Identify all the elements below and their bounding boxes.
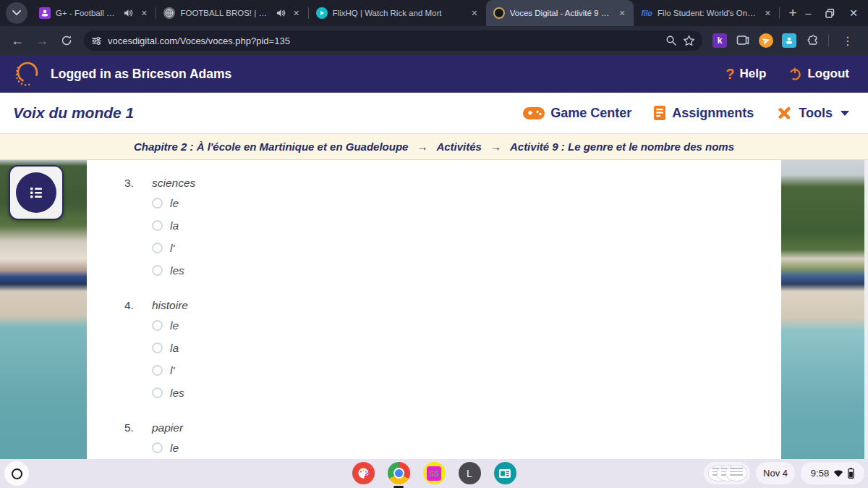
radio-button[interactable] (152, 442, 163, 453)
tools-icon (775, 104, 793, 122)
answer-option[interactable]: l' (152, 359, 781, 382)
chrome-menu-button[interactable]: ⋮ (838, 34, 858, 48)
minimize-button[interactable]: – (805, 7, 811, 19)
kami-extension-icon[interactable]: k (712, 33, 727, 48)
wifi-icon (833, 469, 843, 477)
radio-button[interactable] (152, 198, 163, 209)
tab-close-icon[interactable]: ✕ (469, 7, 480, 19)
answer-option[interactable]: les (152, 382, 781, 404)
reload-button[interactable] (56, 30, 77, 51)
question-4: 4. histoire le la l' les (124, 297, 781, 404)
radio-button[interactable] (152, 265, 163, 276)
battery-icon (848, 468, 854, 479)
assignments-label: Assignments (672, 106, 754, 121)
reload-icon (61, 35, 72, 46)
audio-speaker-icon[interactable] (124, 9, 133, 17)
send-plane-extension-icon[interactable] (759, 33, 773, 48)
tab-football-bros[interactable]: G+ - Football Bros ✕ (32, 0, 156, 26)
answer-option[interactable]: la (152, 337, 781, 359)
activity-content: 3. sciences le la l' les 4. histoire le … (0, 160, 868, 459)
page-scrollbar[interactable] (864, 160, 868, 459)
tab-close-icon[interactable]: ✕ (616, 7, 628, 19)
tools-dropdown[interactable]: Tools (775, 104, 849, 122)
l-app-icon[interactable]: L (459, 462, 481, 484)
logged-in-text: Logged in as Briceson Adams (51, 67, 231, 82)
canvas-app-icon[interactable] (352, 462, 375, 484)
help-link[interactable]: ? Help (726, 66, 766, 83)
answer-option[interactable]: le (152, 437, 781, 459)
answer-option[interactable]: les (152, 259, 781, 282)
game-center-label: Game Center (550, 106, 631, 121)
breadcrumb-section[interactable]: Activités (436, 140, 482, 153)
breadcrumb-chapter[interactable]: Chapitre 2 : À l'école en Martinique et … (134, 140, 408, 153)
answer-option[interactable]: l' (152, 237, 781, 259)
browser-toolbar: ← → vocesdigital.com/Voces/voces.php?pid… (0, 26, 868, 55)
answer-option[interactable]: la (152, 214, 781, 237)
radio-button[interactable] (152, 387, 163, 398)
tab-filo-student[interactable]: filo Filo Student: World's Only Liv ✕ (634, 0, 779, 26)
answer-option[interactable]: le (152, 192, 781, 214)
bookmark-star-icon[interactable] (683, 35, 695, 47)
option-label: les (170, 264, 184, 277)
extensions-puzzle-icon[interactable] (805, 33, 820, 48)
radio-button[interactable] (152, 243, 163, 253)
tune-icon[interactable] (91, 35, 102, 46)
tab-close-icon[interactable]: ✕ (138, 7, 150, 19)
tab-close-icon[interactable]: ✕ (762, 7, 773, 19)
tab-close-icon[interactable]: ✕ (291, 7, 302, 19)
game-center-link[interactable]: Game Center (523, 106, 631, 121)
question-number: 4. (124, 299, 152, 312)
option-label: le (170, 442, 179, 455)
new-tab-button[interactable]: + (780, 5, 805, 21)
radio-button[interactable] (152, 220, 163, 231)
course-title: Voix du monde 1 (13, 104, 134, 122)
l-letter: L (467, 468, 472, 479)
date-label: Nov 4 (763, 468, 788, 479)
logout-link[interactable]: Logout (788, 67, 849, 81)
tab-search-button[interactable] (6, 2, 27, 24)
window-controls: – ✕ (805, 7, 868, 19)
radio-button[interactable] (152, 342, 163, 353)
question-word: sciences (152, 177, 195, 190)
course-bar: Voix du monde 1 Game Center Assignments … (0, 93, 868, 134)
beach-photo-background-right (781, 160, 868, 459)
breadcrumb: Chapitre 2 : À l'école en Martinique et … (0, 134, 868, 160)
notification-stack[interactable] (704, 462, 750, 484)
table-of-contents-button[interactable] (9, 165, 64, 220)
url-text[interactable]: vocesdigital.com/Voces/voces.php?pid=135 (108, 35, 660, 46)
back-button[interactable]: ← (7, 30, 27, 51)
radio-button[interactable] (152, 320, 163, 331)
reading-list-extension-icon[interactable] (736, 33, 750, 48)
chevron-down-icon (12, 10, 21, 16)
ss-game-app-icon[interactable]: SS (423, 462, 446, 484)
question-word: papier (152, 421, 183, 434)
news-card-app-icon[interactable] (494, 462, 516, 484)
profile-bubble-extension-icon[interactable] (782, 33, 796, 48)
list-icon (16, 172, 56, 213)
tab-title: FlixHQ | Watch Rick and Mort (333, 9, 464, 17)
search-icon[interactable] (665, 35, 677, 46)
address-bar[interactable]: vocesdigital.com/Voces/voces.php?pid=135 (84, 30, 702, 51)
restore-window-button[interactable] (825, 9, 835, 18)
radio-button[interactable] (152, 365, 163, 376)
close-window-button[interactable]: ✕ (849, 7, 858, 19)
question-number: 3. (124, 177, 152, 190)
tab-strip: G+ - Football Bros ✕ FOOTBALL BROS! | Of… (0, 0, 868, 26)
tab-title: Voces Digital - Activité 9 : Le g (510, 9, 611, 17)
audio-speaker-icon[interactable] (276, 9, 286, 17)
play-button-icon (316, 7, 328, 19)
tab-title: Filo Student: World's Only Liv (658, 9, 757, 17)
forward-button[interactable]: → (32, 30, 52, 51)
logout-label: Logout (807, 67, 849, 81)
chrome-app-icon[interactable] (388, 462, 410, 484)
option-label: la (170, 342, 179, 355)
assignments-link[interactable]: Assignments (653, 105, 754, 121)
tab-voces-digital-active[interactable]: Voces Digital - Activité 9 : Le g ✕ (486, 0, 634, 26)
tab-flixhq[interactable]: FlixHQ | Watch Rick and Mort ✕ (309, 0, 486, 26)
system-tray[interactable]: 9:58 (801, 462, 864, 484)
toolbar-separator (828, 34, 829, 47)
tab-football-bros-video[interactable]: FOOTBALL BROS! | Officia ✕ (156, 0, 307, 26)
question-5: 5. papier le (124, 419, 781, 459)
date-pill[interactable]: Nov 4 (756, 462, 795, 484)
answer-option[interactable]: le (152, 314, 781, 337)
